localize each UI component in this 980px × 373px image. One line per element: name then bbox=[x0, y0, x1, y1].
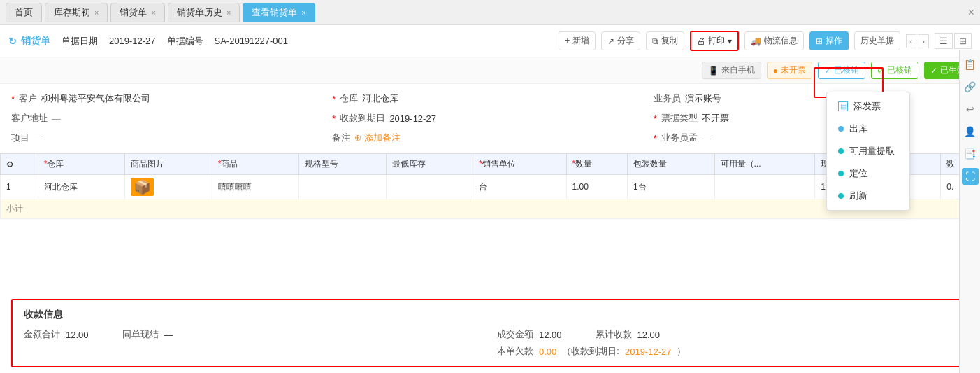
total-label: 金额合计 bbox=[24, 328, 60, 341]
refresh-icon bbox=[838, 193, 844, 199]
document-header: ↻ 销货单 单据日期 2019-12-27 单据编号 SA-20191227-0… bbox=[0, 25, 980, 57]
payment-box: 收款信息 金额合计 12.00 同单现结 — 成交金额 12.00 累计收款 1… bbox=[11, 299, 969, 367]
doc-type-label: 销货单 bbox=[21, 35, 50, 48]
project-value: — bbox=[34, 133, 43, 143]
sidebar-icon-4[interactable]: 👤 bbox=[962, 123, 979, 140]
tab-check-close[interactable]: × bbox=[301, 8, 305, 17]
outbound-label: 出库 bbox=[849, 122, 867, 135]
tab-sales-history[interactable]: 销货单历史 × bbox=[168, 3, 240, 22]
grid-view-button[interactable]: ⊞ bbox=[954, 33, 972, 49]
list-view-button[interactable]: ☰ bbox=[935, 33, 953, 49]
tab-inventory-close[interactable]: × bbox=[94, 8, 99, 17]
due-note: （收款到期日: bbox=[562, 345, 619, 358]
outbound-item[interactable]: 出库 bbox=[827, 118, 909, 140]
tab-sales-close[interactable]: × bbox=[151, 8, 155, 17]
print-button[interactable]: 🖨 打印 ▾ bbox=[690, 31, 739, 51]
due-date-value[interactable]: 2019-12-27 bbox=[389, 113, 436, 124]
new-label: + 新增 bbox=[565, 35, 589, 47]
logistics-button[interactable]: 🚚 物流信息 bbox=[744, 31, 804, 50]
share-label: 分享 bbox=[617, 35, 634, 47]
form-row-2: 客户地址 — * 收款到期日 2019-12-27 * 票据类型 不开票 bbox=[11, 112, 969, 125]
row-index: 1 bbox=[1, 175, 38, 199]
add-invoice-item[interactable]: ▤ 添发票 bbox=[827, 95, 909, 118]
warehouse-value[interactable]: 河北仓库 bbox=[362, 92, 398, 105]
col-product: *商品 bbox=[212, 154, 299, 175]
sidebar-icon-1[interactable]: 📋 bbox=[962, 56, 979, 73]
global-close-button[interactable]: × bbox=[968, 6, 974, 19]
prev-button[interactable]: ‹ bbox=[906, 34, 917, 48]
tab-home[interactable]: 首页 bbox=[6, 3, 42, 22]
cancel-icon: ⊘ bbox=[877, 66, 884, 76]
print-icon: 🖨 bbox=[697, 36, 705, 46]
col-pkg-qty: 包装数量 bbox=[628, 154, 715, 175]
same-order-label: 同单现结 bbox=[122, 328, 159, 341]
locate-item[interactable]: 定位 bbox=[827, 162, 909, 185]
copy-icon: ⧉ bbox=[652, 36, 658, 46]
next-button[interactable]: › bbox=[918, 34, 929, 48]
tab-inventory-init[interactable]: 库存期初 × bbox=[45, 3, 108, 22]
row-unit: 台 bbox=[473, 175, 566, 199]
sidebar-icon-5[interactable]: 📑 bbox=[962, 146, 979, 162]
doc-meta: 单据日期 2019-12-27 单据编号 SA-20191227-001 bbox=[62, 35, 288, 48]
col-warehouse: *仓库 bbox=[38, 154, 125, 175]
check-button[interactable]: ✓ 已核销 bbox=[818, 62, 865, 79]
col-min-stock: 最低库存 bbox=[386, 154, 473, 175]
add-note-button[interactable]: ⊕ 添加备注 bbox=[354, 132, 401, 144]
col-settings[interactable]: ⚙ bbox=[1, 154, 38, 175]
status-bar: 📱 来自手机 ● 未开票 ✓ 已核销 ⊘ 已核销 ✓ 已生效 bbox=[0, 57, 980, 84]
due-date-field: * 收款到期日 2019-12-27 bbox=[332, 112, 647, 125]
not-opened-label: 未开票 bbox=[781, 64, 806, 76]
warehouse-field: * 仓库 河北仓库 bbox=[332, 92, 647, 105]
available-qty-item[interactable]: 可用量提取 bbox=[827, 140, 909, 162]
history-button[interactable]: 历史单据 bbox=[854, 31, 900, 50]
tab-sales-label: 销货单 bbox=[120, 6, 147, 19]
col-spec: 规格型号 bbox=[299, 154, 387, 175]
bill-type-value[interactable]: 不开票 bbox=[702, 112, 729, 125]
employee-field: 业务员 演示账号 bbox=[654, 92, 969, 105]
cancel-label: 已核销 bbox=[887, 64, 912, 76]
settings-icon[interactable]: ⚙ bbox=[6, 160, 14, 169]
address-value: — bbox=[52, 113, 61, 124]
share-button[interactable]: ↗ 分享 bbox=[601, 31, 640, 50]
row-product: 嘻嘻嘻嘻 bbox=[212, 175, 299, 199]
from-phone-button[interactable]: 📱 来自手机 bbox=[702, 62, 761, 79]
note-field: 备注 ⊕ 添加备注 bbox=[332, 132, 647, 144]
address-field: 客户地址 — bbox=[11, 112, 326, 125]
new-button[interactable]: + 新增 bbox=[559, 31, 595, 50]
sidebar-icon-6[interactable]: ⛶ bbox=[962, 168, 979, 185]
operations-label: 操作 bbox=[826, 35, 842, 47]
refresh-item[interactable]: 刷新 bbox=[827, 185, 909, 207]
check-label: 已核销 bbox=[834, 64, 859, 76]
refresh-label: 刷新 bbox=[849, 190, 867, 202]
total-row: 金额合计 12.00 同单现结 — bbox=[24, 328, 483, 341]
phone-icon: 📱 bbox=[708, 66, 719, 76]
employee-value: 演示账号 bbox=[685, 92, 721, 105]
due-note-end: ） bbox=[677, 345, 686, 358]
warehouse-label: 仓库 bbox=[340, 92, 358, 105]
available-icon bbox=[838, 148, 844, 154]
sidebar-icon-2[interactable]: 🔗 bbox=[962, 78, 979, 95]
copy-button[interactable]: ⧉ 复制 bbox=[646, 31, 684, 50]
operations-button[interactable]: ⊞ 操作 bbox=[809, 31, 849, 50]
col-qty: *数量 bbox=[566, 154, 627, 175]
row-pkg-qty: 1台 bbox=[628, 175, 715, 199]
doc-type-icon: ↻ bbox=[8, 36, 17, 47]
cancel-button[interactable]: ⊘ 已核销 bbox=[871, 62, 918, 79]
invoice-icon: ● bbox=[773, 66, 778, 76]
view-toggle: ☰ ⊞ bbox=[935, 33, 972, 49]
sales-person-value: — bbox=[702, 133, 711, 143]
effect-icon: ✓ bbox=[930, 66, 937, 76]
print-dropdown-icon: ▾ bbox=[728, 36, 732, 46]
date-label: 单据日期 bbox=[62, 35, 98, 48]
not-opened-button[interactable]: ● 未开票 bbox=[767, 62, 812, 79]
sidebar-icon-3[interactable]: ↩ bbox=[962, 101, 979, 118]
tab-check-sales[interactable]: 查看销货单 × bbox=[243, 3, 315, 22]
date-value: 2019-12-27 bbox=[109, 36, 156, 46]
customer-value[interactable]: 柳州粤港平安气体有限公司 bbox=[41, 92, 150, 105]
col-unit: *销售单位 bbox=[473, 154, 566, 175]
tab-history-close[interactable]: × bbox=[226, 8, 231, 17]
number-value: SA-20191227-001 bbox=[215, 36, 289, 46]
address-label: 客户地址 bbox=[11, 112, 48, 125]
tab-sales-order[interactable]: 销货单 × bbox=[110, 3, 164, 22]
form-row-3: 项目 — 备注 ⊕ 添加备注 * 业务员孟 — bbox=[11, 132, 969, 144]
